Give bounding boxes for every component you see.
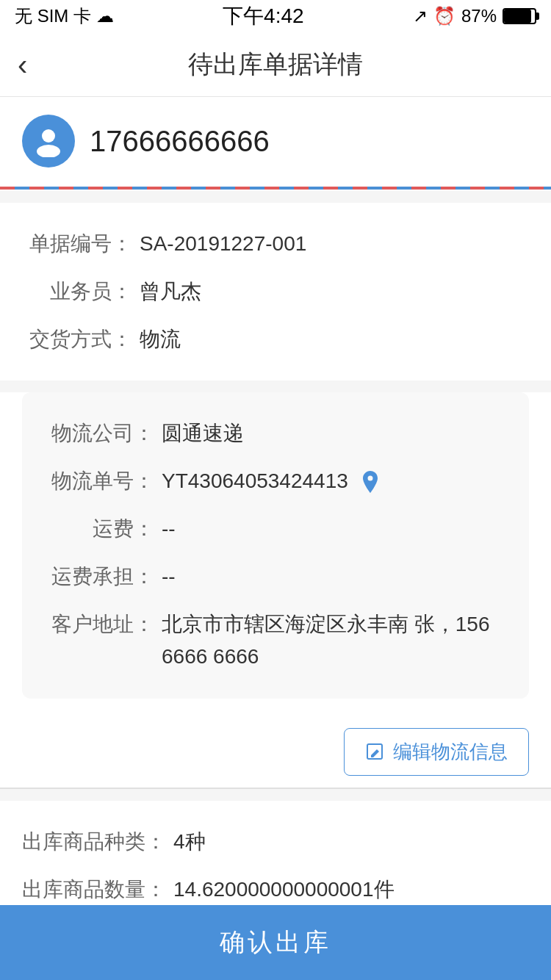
- confirm-button[interactable]: 确认出库: [220, 928, 331, 956]
- doc-number-row: 单据编号： SA-20191227-001: [22, 220, 529, 268]
- logistics-company-row: 物流公司： 圆通速递: [44, 410, 507, 458]
- alarm-icon: ⏰: [433, 6, 455, 26]
- tracking-row: 物流单号： YT43064053424413: [44, 458, 507, 505]
- svg-point-0: [42, 129, 55, 143]
- delivery-method-row: 交货方式： 物流: [22, 316, 529, 364]
- svg-point-1: [37, 145, 60, 157]
- logistics-section: 物流公司： 圆通速递 物流单号： YT43064053424413 运费： --…: [0, 392, 551, 716]
- avatar: [22, 115, 75, 167]
- logistics-company-value: 圆通速递: [162, 417, 507, 450]
- back-button[interactable]: ‹: [18, 50, 27, 79]
- edit-icon: [365, 742, 386, 763]
- page-title: 待出库单据详情: [188, 48, 363, 82]
- goods-quantity-label: 出库商品数量：: [22, 873, 173, 907]
- goods-quantity-value: 14.620000000000001件: [173, 873, 529, 907]
- battery-label: 87%: [461, 6, 497, 26]
- freight-value: --: [162, 513, 507, 546]
- delivery-method-value: 物流: [140, 323, 529, 356]
- freight-bearer-value: --: [162, 561, 507, 594]
- nav-bar: ‹ 待出库单据详情: [0, 32, 551, 97]
- tracking-label: 物流单号：: [44, 465, 162, 498]
- dashed-divider: [0, 185, 551, 191]
- doc-number-label: 单据编号：: [22, 228, 140, 261]
- freight-row: 运费： --: [44, 505, 507, 553]
- address-label: 客户地址：: [44, 608, 162, 641]
- status-left: 无 SIM 卡 ☁: [15, 4, 114, 28]
- location-status-icon: ↗: [413, 6, 428, 26]
- section-divider: [0, 788, 551, 789]
- goods-types-value: 4种: [173, 826, 529, 859]
- goods-types-row: 出库商品种类： 4种: [22, 818, 529, 866]
- confirm-btn-wrap[interactable]: 确认出库: [0, 905, 551, 980]
- doc-info-section: 单据编号： SA-20191227-001 业务员： 曾凡杰 交货方式： 物流: [0, 203, 551, 381]
- agent-label: 业务员：: [22, 275, 140, 309]
- edit-logistics-button[interactable]: 编辑物流信息: [344, 728, 529, 776]
- person-icon: [32, 125, 65, 157]
- agent-row: 业务员： 曾凡杰: [22, 268, 529, 316]
- battery-icon: [503, 8, 536, 24]
- status-right: ↗ ⏰ 87%: [413, 6, 536, 26]
- goods-types-label: 出库商品种类：: [22, 826, 173, 859]
- status-bar: 无 SIM 卡 ☁ 下午4:42 ↗ ⏰ 87%: [0, 0, 551, 32]
- logistics-card: 物流公司： 圆通速递 物流单号： YT43064053424413 运费： --…: [22, 392, 529, 699]
- freight-bearer-row: 运费承担： --: [44, 553, 507, 601]
- delivery-method-label: 交货方式：: [22, 323, 140, 356]
- logistics-company-label: 物流公司：: [44, 417, 162, 450]
- status-time: 下午4:42: [223, 2, 304, 30]
- edit-logistics-area: 编辑物流信息: [0, 716, 551, 788]
- tracking-location-icon[interactable]: [357, 469, 383, 495]
- agent-value: 曾凡杰: [140, 275, 529, 309]
- freight-label: 运费：: [44, 513, 162, 546]
- customer-phone: 17666666666: [90, 125, 270, 158]
- doc-number-value: SA-20191227-001: [140, 228, 529, 261]
- address-row: 客户地址： 北京市市辖区海淀区永丰南 张，156 6666 6666: [44, 601, 507, 682]
- address-value: 北京市市辖区海淀区永丰南 张，156 6666 6666: [162, 608, 507, 674]
- customer-header: 17666666666: [0, 97, 551, 185]
- sim-label: 无 SIM 卡 ☁: [15, 4, 114, 28]
- tracking-value: YT43064053424413: [162, 465, 507, 498]
- freight-bearer-label: 运费承担：: [44, 561, 162, 594]
